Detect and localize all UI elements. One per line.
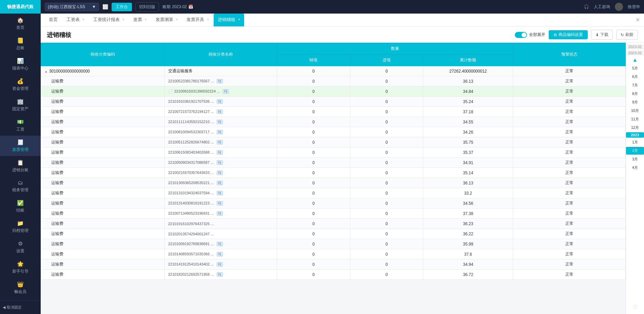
table-cell-code: 运输费 <box>41 86 165 97</box>
main-area: (勿动) 江西报宝-LSS ▼ ⬜ 工作台 切到旧版 账期 2023-02 📅 … <box>41 0 644 314</box>
sidebar-item-ledger2[interactable]: 📋 进销台账 <box>0 156 41 176</box>
expand-toggle[interactable] <box>515 32 527 38</box>
cal-month-3[interactable]: 3月 <box>626 155 644 163</box>
cal-month-4[interactable]: 4月 <box>626 164 644 172</box>
sidebar-item-home[interactable]: 🏠 首页 <box>0 14 41 34</box>
col-name-header: 税收分类名称 <box>164 43 277 66</box>
table-cell-invoice: 22101916102976437325 ... <box>164 219 277 229</box>
tab-reconcile[interactable]: 进销稽核 × <box>214 14 244 26</box>
sidebar-item-ledger[interactable]: 📒 总账 <box>0 34 41 54</box>
company-selector[interactable]: (勿动) 江西报宝-LSS ▼ <box>45 3 99 11</box>
table-cell-code: 运输费 <box>41 249 165 259</box>
cal-month-8[interactable]: 8月 <box>626 90 644 98</box>
tab-invoice[interactable]: 发票 × <box>129 14 151 26</box>
table-cell-sales: 0 <box>277 239 350 249</box>
table-cell-purchase: 0 <box>350 198 423 209</box>
sidebar-item-label: 资金管理 <box>12 86 28 92</box>
cal-month-1[interactable]: 1月 <box>626 138 644 146</box>
switch-version-button[interactable]: 切到旧版 <box>135 2 159 12</box>
unit-badge: 吨 <box>223 89 229 94</box>
table-cell-invoice: 22100511252826674802 ... 吨 <box>164 137 277 148</box>
sidebar-item-salary[interactable]: 💵 工资 <box>0 115 41 136</box>
tab-salary-sheet[interactable]: 工资表 × <box>62 14 89 26</box>
cal-month-7[interactable]: 7月 <box>626 81 644 89</box>
company-name: (勿动) 江西报宝-LSS <box>48 4 85 10</box>
tab-home[interactable]: 首页 <box>45 14 62 26</box>
tab-close-icon[interactable]: × <box>207 18 209 21</box>
table-cell-purchase: 0 <box>350 178 423 188</box>
table-cell-invoice: 22101408593571035366 ... 吨 <box>164 249 277 259</box>
cal-month-6[interactable]: 6月 <box>626 73 644 81</box>
cal-month-2-active[interactable]: 2月 <box>626 147 644 155</box>
page-actions: 全部展开 ⚙ 商品编码设置 ⬇ 下载 ↻ 刷新 <box>515 30 638 40</box>
table-cell-status: 正常 <box>513 66 626 76</box>
table-cell-code: 运输费 <box>41 107 165 117</box>
sidebar-item-reports[interactable]: 📊 报表中心 <box>0 54 41 75</box>
table-cell-invoice: 22100810094532303717 ... 吨 <box>164 127 277 137</box>
tab-invoice-label: 发票 <box>133 17 142 23</box>
table-cell-code: 运输费 <box>41 198 165 209</box>
scroll-up-button[interactable]: ▲ <box>632 56 639 64</box>
table-cell-invoice: 22101910361921707536 ... 吨 <box>164 97 277 107</box>
tab-close-icon[interactable]: × <box>82 18 84 21</box>
sidebar-item-close[interactable]: ✅ 结账 <box>0 196 41 217</box>
sidebar-item-tax[interactable]: 🗂 税务管理 <box>0 176 41 196</box>
table-cell-sales: 0 <box>277 86 350 97</box>
cal-month-5[interactable]: 5月 <box>626 64 644 72</box>
table-cell-status: 正常 <box>513 117 626 127</box>
workspace-button[interactable]: 工作台 <box>112 3 132 11</box>
cal-month-12[interactable]: 12月 <box>626 124 644 132</box>
tab-invoice-issue[interactable]: 发票开具 × <box>182 14 213 26</box>
heart-icon: ♡ <box>633 304 638 313</box>
table-cell-total: 36.72 <box>423 270 513 280</box>
expand-triangle[interactable]: ▲ <box>44 70 48 73</box>
table-cell-sales: 0 <box>277 66 350 76</box>
copy-icon: ⬜ <box>102 4 108 9</box>
pin-icon: ◀ <box>3 305 5 310</box>
table-cell-total: 35.14 <box>423 168 513 178</box>
table-cell-total: 34.94 <box>423 259 513 270</box>
tab-salary-report[interactable]: 工资统计报表 × <box>89 14 129 26</box>
sidebar-item-assets[interactable]: 🏢 固定资产 <box>0 95 41 115</box>
table-cell-total: 37.6 <box>423 249 513 259</box>
sidebar-item-label: 发票管理 <box>12 147 28 153</box>
refresh-button[interactable]: ↻ 刷新 <box>616 30 638 40</box>
window-close-button[interactable]: ✕ <box>636 17 640 23</box>
settings-button[interactable]: ⚙ 商品编码设置 <box>549 30 588 39</box>
table-cell-sales: 0 <box>277 107 350 117</box>
tab-invoice-calc[interactable]: 发票测算 × <box>152 14 182 26</box>
unit-badge: 吨 <box>217 252 223 256</box>
cal-month-10[interactable]: 10月 <box>626 107 644 115</box>
tab-close-icon[interactable]: × <box>122 18 124 21</box>
sidebar-item-member[interactable]: 👑 畅会员 <box>0 278 41 298</box>
sidebar-item-archive[interactable]: 📁 归档管理 <box>0 217 41 237</box>
tab-close-icon[interactable]: × <box>145 18 147 21</box>
sidebar-item-finance[interactable]: 💰 资金管理 <box>0 75 41 95</box>
download-button[interactable]: ⬇ 下载 <box>591 30 613 40</box>
page-header: 进销稽核 全部展开 ⚙ 商品编码设置 ⬇ 下载 ↻ 刷新 <box>41 26 644 43</box>
table-header-row1: 税收分类编码 税收分类名称 数量 预警状态 <box>41 43 626 55</box>
table-cell-status: 正常 <box>513 188 626 198</box>
table-wrap[interactable]: 税收分类编码 税收分类名称 数量 预警状态 销项 进项 累计数额 <box>41 43 626 314</box>
table-cell-total: 34.84 <box>423 86 513 97</box>
sidebar-item-guide[interactable]: 🌟 新手引导 <box>0 257 41 278</box>
unit-badge: 吨 <box>217 242 223 246</box>
sidebar-item-invoice[interactable]: 🧾 发票管理 <box>0 136 41 156</box>
cal-month-11[interactable]: 11月 <box>626 115 644 123</box>
content-area: 税收分类编码 税收分类名称 数量 预警状态 销项 进项 累计数额 <box>41 43 644 314</box>
cal-month-9[interactable]: 9月 <box>626 98 644 106</box>
tab-close-icon[interactable]: × <box>176 18 178 21</box>
reports-icon: 📊 <box>17 58 24 64</box>
expand-toggle-label: 全部展开 <box>529 32 545 38</box>
table-cell-status: 正常 <box>513 158 626 168</box>
sidebar-item-label: 税务管理 <box>12 187 28 193</box>
table-cell-total: 34.56 <box>423 198 513 209</box>
support-label[interactable]: 人工咨询 <box>594 4 610 10</box>
table-cell-total: 35.24 <box>423 97 513 107</box>
calendar-icon: 📅 <box>188 4 193 9</box>
sidebar-item-settings[interactable]: ⚙ 设置 <box>0 237 41 257</box>
unpin-button[interactable]: ◀ 取消固定 <box>3 303 38 311</box>
sidebar-item-label: 固定资产 <box>12 106 28 112</box>
tab-close-icon[interactable]: × <box>238 18 240 21</box>
table-cell-purchase: 0 <box>350 66 423 76</box>
